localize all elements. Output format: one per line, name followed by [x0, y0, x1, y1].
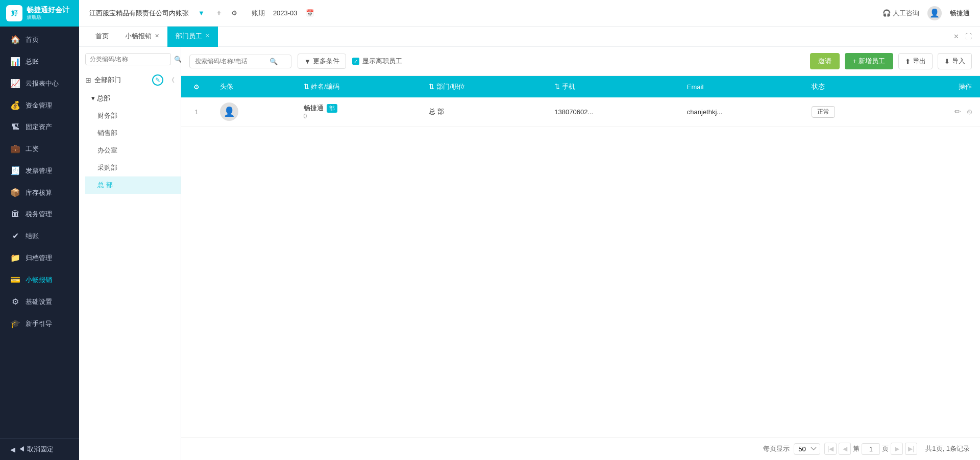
row-index: 1: [181, 97, 212, 126]
table-row: 1 👤 畅捷通 部 0 总 部: [181, 97, 980, 126]
sidebar-item-label: 固定资产: [26, 122, 52, 132]
sidebar-item-home[interactable]: 🏠 首页: [0, 29, 79, 50]
search-icon[interactable]: 🔍: [270, 58, 278, 65]
sidebar-item-finance[interactable]: 💰 资金管理: [0, 94, 79, 116]
page-input[interactable]: [862, 443, 880, 455]
sidebar-item-guide[interactable]: 🎓 新手引导: [0, 313, 79, 335]
pagination: 每页显示 50 100 200 |◀ ◀ 第 页 ▶ ▶| 共1页, 1条记录: [181, 437, 980, 460]
dept-item-zongbu[interactable]: ▾ 总部: [85, 90, 181, 107]
add-employee-button[interactable]: + 新增员工: [845, 53, 893, 69]
sidebar: 好 畅捷通好会计 旗舰版 🏠 首页 📊 总账 📈 云报表中心 💰 资金管理 🏗 …: [0, 0, 79, 460]
main-content: 江西服宝精品有限责任公司内账张 ▼ ＋ ⚙ 账期 2023-03 📅 🎧 人工咨…: [79, 0, 980, 460]
import-icon: ⬇: [944, 58, 950, 65]
dept-search-input[interactable]: [85, 53, 171, 65]
col-settings[interactable]: ⚙: [181, 76, 212, 97]
page-nav: |◀ ◀ 第 页 ▶ ▶|: [824, 443, 917, 455]
employee-table-container: ⚙ 头像 ⇅ 姓名/编码 ⇅ 部门/职位 ⇅ 手机 Email 状态 操作 1: [181, 76, 980, 437]
company-dropdown-icon[interactable]: ▼: [198, 9, 205, 17]
period-label: 账期: [252, 9, 265, 18]
service-button[interactable]: 🎧 人工咨询: [883, 9, 919, 18]
per-page-select[interactable]: 50 100 200: [794, 443, 820, 455]
sidebar-item-invoice[interactable]: 🧾 发票管理: [0, 160, 79, 182]
page-suffix: 页: [882, 444, 889, 453]
pin-icon: ◀: [10, 446, 15, 453]
status-badge: 正常: [812, 106, 835, 118]
close-window-icon[interactable]: ✕: [953, 33, 959, 40]
tab-department-close[interactable]: ✕: [205, 33, 210, 39]
export-button[interactable]: ⬆ 导出: [898, 53, 933, 69]
tab-expense-label: 小畅报销: [125, 32, 152, 41]
row-avatar: 👤: [212, 97, 296, 126]
dept-panel: 🔍 ⊞ 全部部门 ✎ 《 ▾ 总部 财务部 销售部 办公室 采购部 总 部: [79, 47, 181, 460]
sidebar-item-expense[interactable]: 💳 小畅报销: [0, 269, 79, 291]
assets-icon: 🏗: [10, 122, 20, 132]
show-resigned-toggle[interactable]: ✓ 显示离职员工: [352, 57, 402, 66]
ledger-icon: 📊: [10, 57, 20, 66]
tab-home[interactable]: 首页: [87, 27, 117, 47]
export-icon: ⬆: [905, 58, 911, 65]
salary-icon: 💼: [10, 144, 20, 154]
sidebar-item-inventory[interactable]: 📦 库存核算: [0, 182, 79, 203]
dept-tree: ▾ 总部 财务部 销售部 办公室 采购部 总 部: [79, 90, 181, 194]
tab-expense-close[interactable]: ✕: [155, 33, 159, 39]
add-button[interactable]: ＋: [215, 8, 223, 18]
sidebar-item-archive[interactable]: 📁 归档管理: [0, 247, 79, 269]
header-right: 🎧 人工咨询 👤 畅捷通: [883, 6, 970, 20]
tab-department[interactable]: 部门员工 ✕: [167, 27, 218, 47]
dept-collapse-icon[interactable]: 《: [168, 76, 175, 85]
next-page-button[interactable]: ▶: [891, 443, 903, 455]
guide-icon: 🎓: [10, 319, 20, 328]
import-button[interactable]: ⬇ 导入: [938, 53, 972, 69]
col-name-code[interactable]: ⇅ 姓名/编码: [296, 76, 421, 97]
sidebar-item-label: 资金管理: [26, 101, 52, 110]
app-name: 畅捷通好会计: [27, 6, 69, 14]
sidebar-item-settings[interactable]: ⚙ 基础设置: [0, 291, 79, 313]
sidebar-item-salary[interactable]: 💼 工资: [0, 138, 79, 160]
sidebar-item-tax[interactable]: 🏛 税务管理: [0, 203, 79, 225]
sidebar-item-label: 总账: [26, 57, 39, 66]
calendar-icon[interactable]: 📅: [306, 9, 314, 17]
filter-button[interactable]: ▼ 更多条件: [298, 54, 346, 69]
prev-page-button[interactable]: ◀: [839, 443, 851, 455]
service-label: 人工咨询: [893, 9, 919, 18]
all-dept-header[interactable]: ⊞ 全部部门 ✎ 《: [79, 70, 181, 90]
resigned-checkbox[interactable]: ✓: [352, 58, 359, 65]
edit-icon[interactable]: ✏: [954, 107, 961, 116]
tab-expense[interactable]: 小畅报销 ✕: [117, 27, 167, 47]
archive-icon: 📁: [10, 253, 20, 263]
sidebar-item-label: 发票管理: [26, 166, 52, 175]
employee-code: 0: [304, 113, 413, 120]
top-header: 江西服宝精品有限责任公司内账张 ▼ ＋ ⚙ 账期 2023-03 📅 🎧 人工咨…: [79, 0, 980, 27]
logo-icon: 好: [6, 5, 22, 21]
first-page-button[interactable]: |◀: [824, 443, 837, 455]
sidebar-item-label: 税务管理: [26, 210, 52, 219]
sidebar-item-closeout[interactable]: ✔ 结账: [0, 225, 79, 247]
sidebar-item-fixed-assets[interactable]: 🏗 固定资产: [0, 116, 79, 138]
dept-item-general[interactable]: 总 部: [85, 176, 181, 194]
dept-item-purchase[interactable]: 采购部: [85, 159, 181, 176]
sidebar-item-label: 基础设置: [26, 297, 52, 306]
name-text: 畅捷通: [304, 104, 324, 113]
all-dept-label: 全部部门: [94, 75, 121, 85]
dept-edit-icon[interactable]: ✎: [152, 74, 163, 86]
col-dept-position[interactable]: ⇅ 部门/职位: [421, 76, 546, 97]
sidebar-item-cloud-reports[interactable]: 📈 云报表中心: [0, 72, 79, 94]
sidebar-item-label: 结账: [26, 232, 39, 241]
employee-name: 畅捷通 部: [304, 104, 413, 113]
tax-icon: 🏛: [10, 210, 20, 219]
col-email: Email: [679, 76, 803, 97]
sidebar-item-general-ledger[interactable]: 📊 总账: [0, 50, 79, 72]
employee-search-input[interactable]: [195, 58, 266, 65]
cancel-fixed-button[interactable]: ◀ ◀ 取消固定: [0, 438, 79, 460]
header-settings-icon[interactable]: ⚙: [231, 9, 237, 17]
home-icon: 🏠: [10, 35, 20, 44]
export-row-icon[interactable]: ⎋: [967, 107, 972, 116]
col-phone[interactable]: ⇅ 手机: [546, 76, 679, 97]
dept-item-office[interactable]: 办公室: [85, 142, 181, 159]
invite-button[interactable]: 邀请: [810, 53, 840, 69]
expand-window-icon[interactable]: ⛶: [965, 33, 972, 40]
dept-item-sales[interactable]: 销售部: [85, 124, 181, 142]
dept-item-finance[interactable]: 财务部: [85, 107, 181, 124]
last-page-button[interactable]: ▶|: [905, 443, 917, 455]
app-sub: 旗舰版: [27, 14, 69, 21]
